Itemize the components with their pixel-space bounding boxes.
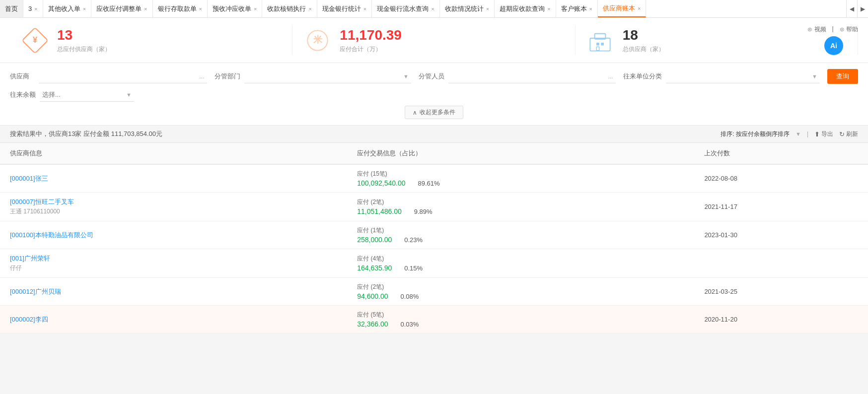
nav-home[interactable]: 首页 bbox=[0, 0, 23, 17]
transaction-cell: 应付 (5笔)32,366.000.03% bbox=[347, 306, 694, 333]
summary-section: ⊙ 视频 | ⊙ 帮助 ¥ 13 总应付供应商（家） 米 11,170.39 应… bbox=[0, 18, 868, 63]
ai-button[interactable]: Ai bbox=[824, 36, 843, 55]
nav-prepay-ar[interactable]: 预收冲应收单 × bbox=[208, 0, 262, 17]
balance-input-wrapper: ▼ bbox=[40, 88, 134, 102]
nav-prepay-ar-close[interactable]: × bbox=[254, 6, 257, 12]
summary-card-payable-suppliers: ¥ 13 总应付供应商（家） bbox=[10, 25, 292, 55]
table-row: [001]广州荣轩仔仔应付 (4笔)164,635.900.15% bbox=[0, 249, 868, 278]
nav-tab3-close[interactable]: × bbox=[34, 6, 37, 12]
filter-person: 分管人员 ... bbox=[419, 69, 616, 83]
refresh-button[interactable]: ↻ 刷新 bbox=[839, 130, 858, 138]
total-suppliers-text: 18 总供应商（家） bbox=[623, 27, 664, 54]
sort-dropdown-icon[interactable]: ▼ bbox=[796, 131, 801, 137]
dept-dropdown-icon[interactable]: ▼ bbox=[403, 73, 409, 79]
table-row: [000002]李四应付 (5笔)32,366.000.03%2020-11-2… bbox=[0, 306, 868, 333]
person-input[interactable] bbox=[451, 72, 608, 80]
payable-suppliers-text: 13 总应付供应商（家） bbox=[57, 27, 111, 54]
supplier-cell: [000100]本特勤油品有限公司 bbox=[0, 221, 347, 249]
dept-label: 分管部门 bbox=[215, 72, 240, 81]
summary-card-payable-amount: 米 11,170.39 应付合计（万） bbox=[292, 25, 575, 55]
nav-ar-ap-adjust-close[interactable]: × bbox=[144, 6, 147, 12]
help-link[interactable]: ⊙ 帮助 bbox=[840, 25, 858, 34]
supplier-sub: 仔仔 bbox=[10, 264, 337, 272]
nav-bank-deposit[interactable]: 银行存取款单 × bbox=[153, 0, 208, 17]
category-dropdown-icon[interactable]: ▼ bbox=[812, 73, 817, 79]
nav-right-arrow[interactable]: ▶ bbox=[857, 0, 868, 18]
balance-dropdown-icon[interactable]: ▼ bbox=[126, 92, 132, 98]
transaction-label: 应付 (2笔) bbox=[357, 283, 684, 291]
nav-ar-ap-adjust[interactable]: 应收应付调整单 × bbox=[91, 0, 152, 17]
nav-bank-deposit-close[interactable]: × bbox=[199, 6, 202, 12]
supplier-link[interactable]: [000001]张三 bbox=[10, 175, 48, 182]
amount-value[interactable]: 11,051,486.00 bbox=[357, 207, 402, 215]
total-suppliers-icon bbox=[585, 25, 615, 55]
payable-amount-value: 11,170.39 bbox=[340, 27, 402, 44]
table-row: [000012]广州贝瑞应付 (2笔)94,600.000.08%2021-03… bbox=[0, 278, 868, 306]
amount-value[interactable]: 100,092,540.00 bbox=[357, 179, 405, 187]
supplier-link[interactable]: [000012]广州贝瑞 bbox=[10, 288, 61, 295]
supplier-label: 供应商 bbox=[10, 72, 35, 81]
total-suppliers-label: 总供应商（家） bbox=[623, 45, 664, 54]
nav-cash-bank-query[interactable]: 现金银行流水查询 × bbox=[372, 0, 439, 17]
supplier-link[interactable]: [000002]李四 bbox=[10, 316, 48, 323]
amount-value[interactable]: 32,366.00 bbox=[357, 320, 388, 328]
right-actions: 排序: 按应付余额倒序排序 ▼ | ⬆ 导出 ↻ 刷新 bbox=[721, 130, 858, 138]
sort-label[interactable]: 排序: 按应付余额倒序排序 bbox=[721, 130, 790, 138]
person-suffix[interactable]: ... bbox=[608, 73, 613, 80]
dept-input[interactable] bbox=[247, 72, 404, 80]
export-button[interactable]: ⬆ 导出 bbox=[814, 130, 833, 138]
collapse-label: 收起更多条件 bbox=[420, 108, 455, 117]
amount-value[interactable]: 258,000.00 bbox=[357, 236, 392, 244]
nav-overdue-ar[interactable]: 超期应收款查询 × bbox=[495, 0, 556, 17]
col-last-payment: 上次付数 bbox=[694, 143, 868, 164]
filter-supplier: 供应商 ... bbox=[10, 69, 207, 83]
nav-tab3[interactable]: 3 × bbox=[23, 0, 43, 17]
category-input[interactable] bbox=[668, 72, 812, 80]
supplier-link[interactable]: [001]广州荣轩 bbox=[10, 255, 50, 262]
balance-input[interactable] bbox=[42, 91, 126, 98]
percentage-value: 0.08% bbox=[400, 293, 419, 300]
query-button[interactable]: 查询 bbox=[827, 69, 858, 84]
last-payment-date: 2020-11-20 bbox=[704, 316, 737, 323]
supplier-cell: [000012]广州贝瑞 bbox=[0, 278, 347, 306]
supplier-link[interactable]: [000100]本特勤油品有限公司 bbox=[10, 231, 93, 239]
video-link[interactable]: ⊙ 视频 bbox=[807, 25, 826, 34]
nav-overdue-ar-close[interactable]: × bbox=[547, 6, 550, 12]
percentage-value: 9.89% bbox=[414, 208, 433, 215]
nav-customer-ledger-close[interactable]: × bbox=[589, 6, 592, 12]
nav-cash-bank-stat[interactable]: 现金银行统计 × bbox=[317, 0, 372, 17]
nav-customer-ledger[interactable]: 客户账本 × bbox=[556, 0, 598, 17]
last-payment-cell: 2022-08-08 bbox=[694, 164, 868, 193]
dept-input-wrapper: ▼ bbox=[244, 69, 412, 83]
nav-cash-bank-stat-close[interactable]: × bbox=[363, 6, 366, 12]
nav-receipt-stat[interactable]: 收款情况统计 × bbox=[440, 0, 495, 17]
svg-text:米: 米 bbox=[312, 34, 322, 45]
amount-value[interactable]: 164,635.90 bbox=[357, 264, 392, 272]
nav-other-income-close[interactable]: × bbox=[83, 6, 86, 12]
export-icon: ⬆ bbox=[814, 131, 820, 138]
supplier-suffix[interactable]: ... bbox=[199, 73, 204, 80]
table-row: [000007]恒旺二手叉车王通 17106110000应付 (2笔)11,05… bbox=[0, 193, 868, 221]
nav-receipt-stat-close[interactable]: × bbox=[486, 6, 489, 12]
collapse-button[interactable]: ∧ 收起更多条件 bbox=[405, 106, 463, 119]
nav-left-arrow[interactable]: ◀ bbox=[846, 0, 857, 18]
nav-receipt-verify[interactable]: 收款核销执行 × bbox=[262, 0, 317, 17]
percentage-value: 0.03% bbox=[400, 321, 419, 328]
nav-receipt-verify-close[interactable]: × bbox=[308, 6, 311, 12]
table-row: [000100]本特勤油品有限公司应付 (1笔)258,000.000.23%2… bbox=[0, 221, 868, 249]
supplier-input[interactable] bbox=[41, 72, 199, 80]
nav-supplier-ledger[interactable]: 供应商账本 × bbox=[598, 0, 646, 17]
transaction-cell: 应付 (1笔)258,000.000.23% bbox=[347, 221, 694, 249]
amount-value[interactable]: 94,600.00 bbox=[357, 292, 388, 300]
results-bar: 搜索结果中，供应商13家 应付金额 111,703,854.00元 排序: 按应… bbox=[0, 126, 868, 143]
nav-supplier-ledger-close[interactable]: × bbox=[638, 5, 641, 11]
table-container: 供应商信息 应付交易信息（占比） 上次付数 [000001]张三应付 (15笔)… bbox=[0, 143, 868, 333]
results-summary: 搜索结果中，供应商13家 应付金额 111,703,854.00元 bbox=[10, 130, 162, 138]
last-payment-date: 2021-11-17 bbox=[704, 203, 737, 210]
nav-other-income[interactable]: 其他收入单 × bbox=[43, 0, 91, 17]
person-label: 分管人员 bbox=[419, 72, 444, 81]
refresh-icon: ↻ bbox=[839, 131, 845, 138]
nav-cash-bank-query-close[interactable]: × bbox=[431, 6, 434, 12]
supplier-link[interactable]: [000007]恒旺二手叉车 bbox=[10, 198, 74, 205]
table-row: [000001]张三应付 (15笔)100,092,540.0089.61%20… bbox=[0, 164, 868, 193]
